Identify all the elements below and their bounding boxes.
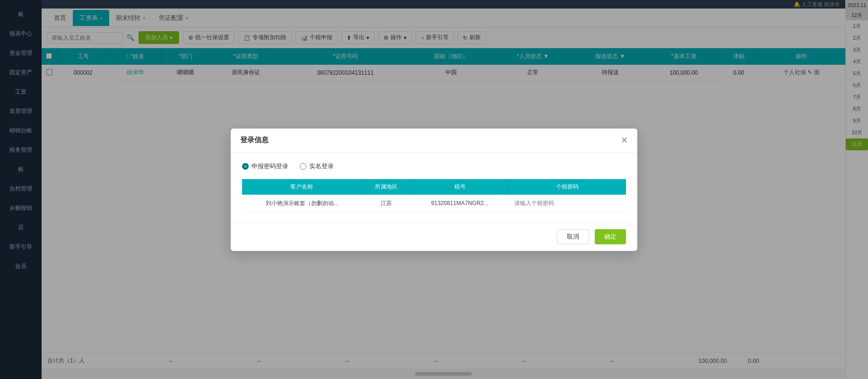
individual-tax-password-input[interactable] [514, 200, 620, 207]
password-cell[interactable] [509, 195, 626, 213]
dialog-body: 申报密码登录 实名登录 客户名称 所属地区 税号 个税密码 [231, 153, 637, 222]
radio-password-login[interactable]: 申报密码登录 [242, 162, 288, 171]
radio-realname-login[interactable]: 实名登录 [300, 162, 334, 171]
dialog-footer: 取消 确定 [231, 222, 637, 251]
radio-realname-label: 实名登录 [309, 162, 334, 171]
dialog-header: 登录信息 ✕ [231, 129, 637, 153]
inner-col-region: 所属地区 [362, 179, 411, 195]
login-type-radio-group: 申报密码登录 实名登录 [242, 162, 626, 171]
inner-col-password: 个税密码 [509, 179, 626, 195]
login-info-table: 客户名称 所属地区 税号 个税密码 刘小艳演示账套（勿删勿动... 江苏 913… [242, 179, 626, 213]
cancel-button[interactable]: 取消 [557, 229, 589, 244]
confirm-button[interactable]: 确定 [595, 229, 626, 244]
client-name-cell: 刘小艳演示账套（勿删勿动... [242, 195, 362, 213]
inner-col-taxno: 税号 [411, 179, 509, 195]
radio-password-input[interactable] [242, 163, 249, 170]
radio-password-label: 申报密码登录 [252, 162, 288, 171]
modal-overlay: 登录信息 ✕ 申报密码登录 实名登录 客户名称 所属地 [0, 0, 868, 379]
login-info-row: 刘小艳演示账套（勿删勿动... 江苏 91320811MA7NGR2... [242, 195, 626, 213]
dialog-title: 登录信息 [240, 136, 269, 145]
region-cell: 江苏 [362, 195, 411, 213]
dialog-close-button[interactable]: ✕ [621, 135, 628, 146]
taxno-cell: 91320811MA7NGR2... [411, 195, 509, 213]
radio-realname-input[interactable] [300, 163, 306, 170]
inner-col-name: 客户名称 [242, 179, 362, 195]
login-dialog: 登录信息 ✕ 申报密码登录 实名登录 客户名称 所属地 [231, 129, 637, 251]
